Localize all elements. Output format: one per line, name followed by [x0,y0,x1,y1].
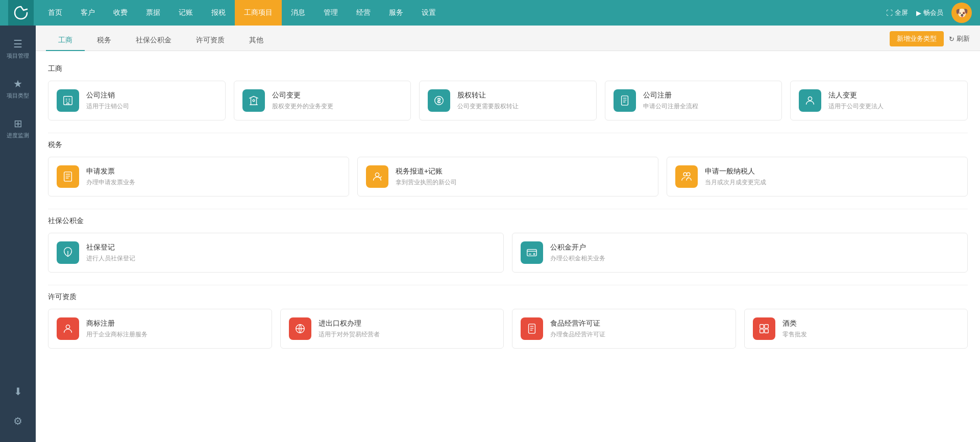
card-title: 申请发票 [86,167,340,176]
card-info: 公司注册申请公司注册全流程 [643,91,774,111]
card-title: 食品经营许可证 [550,319,727,328]
tab-bar: 工商税务社保公积金许可资质其他 新增业务类型 ↻ 刷新 [36,26,980,51]
sidebar-item-进度监测[interactable]: ⊞进度监测 [0,110,36,146]
mascot-avatar[interactable]: 🐶 [951,3,972,23]
card-许可资质-2[interactable]: 食品经营许可证办理食品经营许可证 [512,309,736,349]
vip-button[interactable]: ▶ 畅会员 [916,8,943,17]
scroll-content[interactable]: 工商 公司注销适用于注销公司 公司变更股权变更外的业务变更 股权转让公司变更需要… [36,51,980,442]
card-icon [242,89,265,112]
card-info: 法人变更适用于公司变更法人 [828,91,959,111]
tab-其他[interactable]: 其他 [237,31,276,51]
section-separator [48,285,968,285]
tab-许可资质[interactable]: 许可资质 [184,31,237,51]
svg-point-4 [808,97,812,101]
tab-actions: 新增业务类型 ↻ 刷新 [890,31,970,51]
cards-grid-3: 商标注册用于企业商标注册服务 进出口权办理适用于对外贸易经营者 食品经营许可证办… [48,309,968,349]
svg-point-7 [683,173,687,176]
tab-工商[interactable]: 工商 [46,31,85,51]
main-layout: ☰项目管理★项目类型⊞进度监测 ⬇⚙ 工商税务社保公积金许可资质其他 新增业务类… [0,26,980,442]
tab-税务[interactable]: 税务 [85,31,124,51]
card-info: 公积金开户办理公积金相关业务 [550,243,959,263]
card-工商-3[interactable]: 公司注册申请公司注册全流程 [605,81,782,120]
card-info: 商标注册用于企业商标注册服务 [86,319,263,339]
card-税务-2[interactable]: 申请一般纳税人当月或次月成变更完成 [667,157,968,197]
nav-item-消息[interactable]: 消息 [282,0,314,26]
nav-item-收费[interactable]: 收费 [104,0,137,26]
svg-rect-5 [64,172,72,181]
nav-item-工商项目[interactable]: 工商项目 [235,0,282,26]
nav-item-报税[interactable]: 报税 [202,0,235,26]
card-税务-0[interactable]: 申请发票办理申请发票业务 [48,157,349,197]
card-许可资质-1[interactable]: 进出口权办理适用于对外贸易经营者 [280,309,504,349]
sidebar-bottom-icon[interactable]: ⚙ [0,408,36,434]
card-许可资质-0[interactable]: 商标注册用于企业商标注册服务 [48,309,272,349]
refresh-button[interactable]: ↻ 刷新 [949,34,970,43]
nav-item-首页[interactable]: 首页 [39,0,71,26]
card-icon [428,89,450,112]
card-desc: 适用于公司变更法人 [828,102,959,111]
nav-item-经营[interactable]: 经营 [347,0,380,26]
card-社保公积金-1[interactable]: 公积金开户办理公积金相关业务 [512,233,968,273]
svg-point-10 [533,253,535,255]
section-title-1: 税务 [48,140,968,150]
fullscreen-button[interactable]: ⛶ 全屏 [886,8,908,17]
nav-item-票据[interactable]: 票据 [137,0,169,26]
card-info: 酒类零售批发 [782,319,960,339]
card-info: 社保登记进行人员社保登记 [86,243,495,263]
content-area: 工商税务社保公积金许可资质其他 新增业务类型 ↻ 刷新 工商 公司注销适用于注销… [36,26,980,442]
nav-item-记账[interactable]: 记账 [169,0,202,26]
section-separator [48,209,968,209]
nav-item-服务[interactable]: 服务 [380,0,412,26]
cards-grid-1: 申请发票办理申请发票业务 税务报道+记账拿到营业执照的新公司 申请一般纳税人当月… [48,157,968,197]
card-icon [57,241,79,264]
card-icon [799,89,821,112]
svg-rect-16 [760,329,763,333]
svg-rect-17 [764,329,768,333]
nav-item-管理[interactable]: 管理 [314,0,347,26]
sidebar-item-项目类型[interactable]: ★项目类型 [0,70,36,106]
refresh-icon: ↻ [949,35,954,43]
card-desc: 用于企业商标注册服务 [86,330,263,339]
fullscreen-label: 全屏 [895,8,908,17]
sidebar-icon: ☰ [13,38,22,50]
nav-menu: 首页客户收费票据记账报税工商项目消息管理经营服务设置 [39,0,886,26]
card-title: 法人变更 [828,91,959,100]
sidebar: ☰项目管理★项目类型⊞进度监测 ⬇⚙ [0,26,36,442]
cards-grid-2: 社保登记进行人员社保登记 公积金开户办理公积金相关业务 [48,233,968,273]
card-icon [366,165,388,188]
card-许可资质-3[interactable]: 酒类零售批发 [744,309,968,349]
section-title-0: 工商 [48,64,968,73]
svg-rect-9 [527,250,536,256]
card-icon [614,89,636,112]
sidebar-bottom-icon[interactable]: ⬇ [0,379,36,404]
add-business-type-button[interactable]: 新增业务类型 [890,31,944,46]
card-社保公积金-0[interactable]: 社保登记进行人员社保登记 [48,233,504,273]
card-title: 酒类 [782,319,960,328]
card-工商-4[interactable]: 法人变更适用于公司变更法人 [790,81,968,120]
svg-point-11 [66,325,69,329]
card-title: 商标注册 [86,319,263,328]
card-info: 进出口权办理适用于对外贸易经营者 [318,319,496,339]
card-title: 申请一般纳税人 [705,167,959,176]
card-工商-0[interactable]: 公司注销适用于注销公司 [48,81,226,120]
section-separator [48,133,968,133]
card-info: 公司注销适用于注销公司 [86,91,217,111]
card-icon [57,317,79,340]
card-info: 公司变更股权变更外的业务变更 [272,91,403,111]
card-desc: 当月或次月成变更完成 [705,178,959,187]
logo [8,0,34,26]
card-icon [289,317,311,340]
nav-item-设置[interactable]: 设置 [412,0,445,26]
card-title: 社保登记 [86,243,495,252]
nav-item-客户[interactable]: 客户 [71,0,104,26]
cards-grid-0: 公司注销适用于注销公司 公司变更股权变更外的业务变更 股权转让公司变更需要股权转… [48,81,968,120]
card-税务-1[interactable]: 税务报道+记账拿到营业执照的新公司 [357,157,658,197]
nav-right-actions: ⛶ 全屏 ▶ 畅会员 🐶 [886,3,972,23]
card-工商-1[interactable]: 公司变更股权变更外的业务变更 [234,81,411,120]
tab-社保公积金[interactable]: 社保公积金 [124,31,184,51]
card-工商-2[interactable]: 股权转让公司变更需要股权转让 [419,81,597,120]
vip-label: 畅会员 [923,8,943,17]
svg-rect-0 [64,96,72,105]
sidebar-item-项目管理[interactable]: ☰项目管理 [0,31,36,66]
card-icon [521,241,543,264]
